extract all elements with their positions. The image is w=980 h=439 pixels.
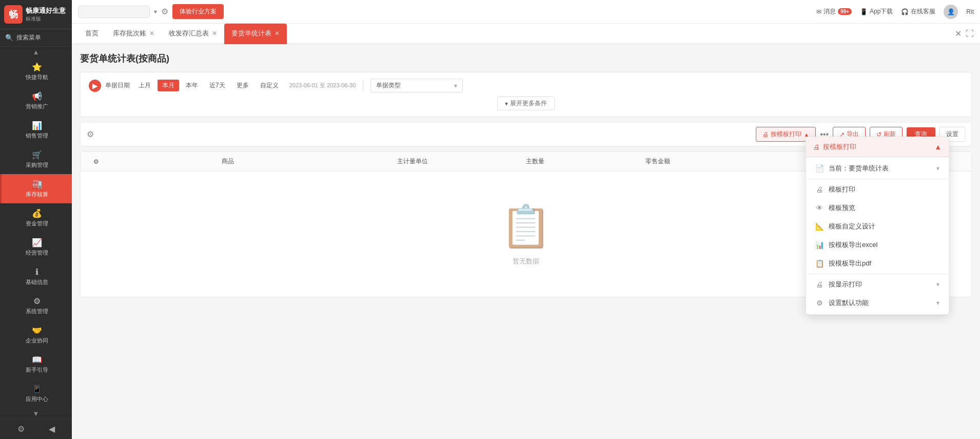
date-btn-7days[interactable]: 近7天: [205, 80, 230, 91]
sidebar-item-10[interactable]: 🤝 企业协同: [0, 320, 72, 350]
dropdown-item-preview[interactable]: 👁 模板预览: [806, 199, 949, 217]
col-unit: 主计量单位: [351, 157, 474, 166]
dropdown-header: 🖨 按模板打印 ▲: [806, 137, 949, 157]
dropdown-item-design[interactable]: 📐 模板自定义设计: [806, 217, 949, 236]
close-window-icon[interactable]: ✕: [955, 29, 962, 39]
dropdown-default-func[interactable]: ⚙ 设置默认功能 ▾: [806, 294, 949, 312]
col-gear[interactable]: ⚙: [87, 158, 105, 165]
filter-expand-icon[interactable]: ▶: [89, 80, 101, 92]
sidebar-icon-5: 🏭: [32, 179, 42, 189]
sidebar-icon-9: ⚙: [33, 296, 41, 306]
topbar-search-box[interactable]: [78, 6, 150, 18]
sidebar-search[interactable]: 🔍 搜索菜单: [0, 29, 72, 47]
sidebar-label-6: 资金管理: [26, 220, 48, 227]
preview-item-label: 模板预览: [829, 203, 855, 213]
filter-bar: ▶ 单据日期 上月 本月 本年 近7天 更多 自定义 2023-06-01 至 …: [80, 72, 972, 117]
print-label: 按模板打印: [771, 130, 801, 139]
sidebar-scroll-down[interactable]: ▼: [0, 408, 72, 418]
sidebar-item-5[interactable]: 🏭 库存核算: [0, 174, 72, 203]
dropdown-item-excel[interactable]: 📊 按模板导出excel: [806, 236, 949, 254]
sidebar-item-3[interactable]: 📊 销售管理: [0, 116, 72, 145]
dropdown-title: 🖨 按模板打印: [813, 142, 856, 151]
maximize-icon[interactable]: ⛶: [966, 29, 974, 39]
tab-inventory-batch[interactable]: 库存批次账 ✕: [106, 24, 162, 44]
tab-order-stats-label: 要货单统计表: [231, 29, 271, 38]
type-select[interactable]: 单据类型 ▾: [370, 79, 463, 92]
app-download-btn[interactable]: 📱 App下载: [860, 7, 893, 16]
collapse-icon[interactable]: ◀: [49, 424, 55, 434]
tab-order-stats-close[interactable]: ✕: [275, 30, 280, 37]
type-select-label: 单据类型: [376, 81, 401, 90]
sidebar-label-2: 营销推广: [26, 103, 48, 110]
sidebar-label-12: 应用中心: [26, 395, 48, 403]
sidebar-icon-8: ℹ: [35, 267, 38, 277]
sidebar-item-7[interactable]: 📈 经营管理: [0, 233, 72, 262]
tab-summary[interactable]: 收发存汇总表 ✕: [162, 24, 224, 44]
topbar-gear-icon[interactable]: ⚙: [161, 7, 168, 16]
online-service-btn[interactable]: 🎧 在线客服: [901, 7, 935, 16]
sidebar-label-7: 经营管理: [26, 249, 48, 257]
sidebar-label-11: 新手引导: [26, 366, 48, 374]
sidebar-item-12[interactable]: 📱 应用中心: [0, 379, 72, 408]
dropdown-display-print[interactable]: 🖨 按显示打印 ▾: [806, 275, 949, 294]
date-buttons: 上月 本月 本年 近7天 更多 自定义: [134, 80, 283, 91]
dropdown-item-print[interactable]: 🖨 模板打印: [806, 180, 949, 199]
date-btn-last-month[interactable]: 上月: [134, 80, 155, 91]
topbar-search-input[interactable]: [84, 8, 144, 15]
dropdown-current[interactable]: 📄 当前：要货单统计表 ▾: [806, 159, 949, 178]
sidebar: 畅 畅康通好生意 标准版 🔍 搜索菜单 ▲ ⭐ 快捷导航 📢 营销推广 📊 销售…: [0, 0, 72, 439]
tab-inventory-batch-close[interactable]: ✕: [149, 30, 154, 37]
sidebar-bottom: ⚙ ◀: [0, 418, 72, 439]
date-range-text: 2023-06-01 至 2023-06-30: [289, 82, 356, 89]
search-label: 搜索菜单: [16, 33, 41, 42]
toolbar-gear-icon[interactable]: ⚙: [87, 129, 94, 139]
sidebar-item-9[interactable]: ⚙ 系统管理: [0, 291, 72, 320]
tab-summary-label: 收发存汇总表: [169, 29, 209, 38]
current-icon: 📄: [815, 164, 824, 173]
sidebar-item-6[interactable]: 💰 资金管理: [0, 203, 72, 233]
message-icon: ✉: [816, 8, 821, 15]
sidebar-item-2[interactable]: 📢 营销推广: [0, 86, 72, 116]
sidebar-scroll-up[interactable]: ▲: [0, 47, 72, 57]
current-arrow: ▾: [936, 165, 939, 172]
topbar-right: ✉ 消息 99+ 📱 App下载 🎧 在线客服 👤 Rit: [816, 5, 974, 19]
display-print-arrow: ▾: [936, 281, 939, 288]
sidebar-item-8[interactable]: ℹ 基础信息: [0, 262, 72, 291]
preview-item-icon: 👁: [815, 204, 824, 212]
trial-button[interactable]: 体验行业方案: [172, 4, 224, 19]
date-btn-custom[interactable]: 自定义: [256, 80, 283, 91]
dropdown-item-pdf[interactable]: 📋 按模板导出pdf: [806, 254, 949, 273]
tab-order-stats[interactable]: 要货单统计表 ✕: [224, 24, 287, 44]
settings-bottom-icon[interactable]: ⚙: [17, 424, 25, 434]
message-btn[interactable]: ✉ 消息 99+: [816, 7, 852, 16]
sidebar-icon-4: 🛒: [32, 150, 42, 160]
dropdown-header-right: ▲: [934, 143, 942, 151]
date-btn-more[interactable]: 更多: [232, 80, 253, 91]
sidebar-label-8: 基础信息: [26, 278, 48, 286]
sidebar-icon-10: 🤝: [32, 326, 42, 335]
topbar-dropdown-icon[interactable]: ▾: [154, 8, 157, 15]
date-filter-label: 单据日期: [105, 81, 130, 90]
dropdown-close-arrow[interactable]: ▲: [934, 143, 942, 151]
sidebar-logo: 畅 畅康通好生意 标准版: [0, 0, 72, 29]
app-icon: 📱: [860, 8, 868, 15]
user-avatar[interactable]: 👤: [944, 5, 958, 19]
dropdown-print-icon: 🖨: [813, 143, 820, 151]
sidebar-item-1[interactable]: ⭐ 快捷导航: [0, 57, 72, 86]
dropdown-body: 📄 当前：要货单统计表 ▾ 🖨 模板打印 👁 模板预览 📐 模板自定义设计: [806, 157, 949, 314]
print-item-icon: 🖨: [815, 185, 824, 194]
tab-home[interactable]: 首页: [78, 24, 106, 44]
date-btn-this-year[interactable]: 本年: [181, 80, 203, 91]
logo-text: 畅康通好生意 标准版: [26, 6, 66, 23]
sidebar-item-4[interactable]: 🛒 采购管理: [0, 145, 72, 174]
search-icon: 🔍: [5, 34, 13, 42]
tab-home-label: 首页: [85, 29, 99, 38]
username-label: Rit: [966, 8, 974, 15]
expand-more-btn[interactable]: ▾ 展开更多条件: [497, 97, 555, 110]
tab-summary-close[interactable]: ✕: [212, 30, 217, 37]
date-btn-this-month[interactable]: 本月: [158, 80, 179, 91]
sidebar-label-1: 快捷导航: [26, 73, 48, 81]
type-select-arrow: ▾: [454, 82, 457, 89]
sidebar-item-11[interactable]: 📖 新手引导: [0, 350, 72, 379]
main-content: ▾ ⚙ 体验行业方案 ✉ 消息 99+ 📱 App下载 🎧 在线客服 👤 Rit…: [72, 0, 980, 439]
